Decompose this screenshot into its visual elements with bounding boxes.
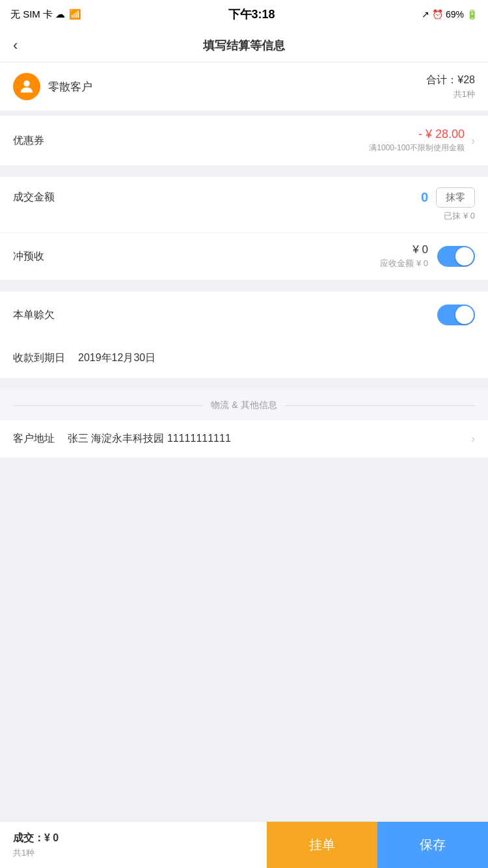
svg-point-0 xyxy=(23,81,29,87)
customer-left: 零散客户 xyxy=(13,73,92,100)
status-bar: 无 SIM 卡 ☁ 📶 下午3:18 ↗ ⏰ 69% 🔋 xyxy=(0,0,488,29)
coupon-card[interactable]: 优惠券 - ¥ 28.00 满1000-100不限制使用金额 › xyxy=(0,116,488,165)
main-content: 零散客户 合计：¥28 共1种 优惠券 - ¥ 28.00 满1000-100不… xyxy=(0,62,488,515)
section-divider-1 xyxy=(0,170,488,177)
battery-text: 69% xyxy=(446,9,464,20)
customer-count: 共1种 xyxy=(426,88,475,100)
address-label: 客户地址 xyxy=(13,432,55,446)
bottom-summary: 成交：¥ 0 共1种 xyxy=(0,832,267,859)
hang-button[interactable]: 挂单 xyxy=(267,822,377,869)
customer-avatar xyxy=(13,73,40,100)
transaction-top: 成交金额 0 抹零 xyxy=(13,187,475,208)
due-date-label: 收款到期日 xyxy=(13,351,65,365)
debt-label: 本单赊欠 xyxy=(13,308,55,322)
transaction-amount: 0 xyxy=(421,190,428,205)
address-value: 张三 海淀永丰科技园 11111111111 xyxy=(68,432,231,446)
debt-row: 本单赊欠 xyxy=(0,292,488,338)
address-chevron-icon: › xyxy=(471,432,475,446)
address-left: 客户地址 张三 海淀永丰科技园 11111111111 xyxy=(13,432,231,446)
section-divider-2 xyxy=(0,285,488,292)
status-time: 下午3:18 xyxy=(228,7,275,22)
prereceive-sub: 应收金额 ¥ 0 xyxy=(380,258,428,269)
bottom-bar: 成交：¥ 0 共1种 挂单 保存 xyxy=(0,821,488,868)
prereceive-row: 冲预收 ¥ 0 应收金额 ¥ 0 xyxy=(0,233,488,280)
customer-row: 零散客户 合计：¥28 共1种 xyxy=(0,62,488,111)
coupon-discount: - ¥ 28.00 xyxy=(369,128,465,141)
no-sim-text: 无 SIM 卡 ☁ xyxy=(10,8,65,21)
person-icon xyxy=(18,77,36,96)
prereceive-label: 冲预收 xyxy=(13,250,44,264)
battery-icon: 🔋 xyxy=(467,9,478,20)
address-card[interactable]: 客户地址 张三 海淀永丰科技园 11111111111 › xyxy=(0,420,488,457)
transaction-card: 成交金额 0 抹零 已抹 ¥ 0 冲预收 ¥ 0 应收金额 ¥ 0 xyxy=(0,177,488,280)
status-left: 无 SIM 卡 ☁ 📶 xyxy=(10,8,81,21)
location-icon: ↗ xyxy=(422,9,429,20)
section-divider-3 xyxy=(0,383,488,390)
coupon-right: - ¥ 28.00 满1000-100不限制使用金额 › xyxy=(369,128,475,154)
save-button[interactable]: 保存 xyxy=(377,822,488,869)
toggle-knob xyxy=(455,247,474,265)
transaction-row: 成交金额 0 抹零 已抹 ¥ 0 xyxy=(0,177,488,233)
alarm-icon: ⏰ xyxy=(432,9,443,20)
debt-toggle-knob xyxy=(455,306,474,324)
transaction-sub: 已抹 ¥ 0 xyxy=(13,210,475,222)
deal-label: 成交： xyxy=(13,832,44,843)
prereceive-toggle[interactable] xyxy=(437,246,475,267)
bottom-deal: 成交：¥ 0 xyxy=(13,832,254,845)
logistics-section: 物流 & 其他信息 xyxy=(0,390,488,420)
prereceive-right: ¥ 0 应收金额 ¥ 0 xyxy=(380,243,475,269)
logistics-label: 物流 & 其他信息 xyxy=(211,400,277,410)
transaction-right: 0 抹零 xyxy=(421,187,475,208)
nav-bar: ‹ 填写结算等信息 xyxy=(0,29,488,62)
customer-name: 零散客户 xyxy=(48,79,92,94)
coupon-value-group: - ¥ 28.00 满1000-100不限制使用金额 xyxy=(369,128,465,154)
page-title: 填写结算等信息 xyxy=(203,38,285,53)
deal-amount: ¥ 0 xyxy=(44,832,59,843)
prereceive-amount: ¥ 0 xyxy=(380,243,428,256)
address-row[interactable]: 客户地址 张三 海淀永丰科技园 11111111111 › xyxy=(0,420,488,457)
coupon-sub: 满1000-100不限制使用金额 xyxy=(369,142,465,154)
logistics-label-wrap: 物流 & 其他信息 xyxy=(203,399,284,411)
coupon-row[interactable]: 优惠券 - ¥ 28.00 满1000-100不限制使用金额 › xyxy=(0,116,488,165)
customer-summary: 合计：¥28 共1种 xyxy=(426,74,475,100)
bottom-count: 共1种 xyxy=(13,847,254,859)
chevron-right-icon: › xyxy=(471,134,475,148)
debt-toggle[interactable] xyxy=(437,305,475,325)
prereceive-values: ¥ 0 应收金额 ¥ 0 xyxy=(380,243,428,269)
due-date-row[interactable]: 收款到期日 2019年12月30日 xyxy=(0,338,488,378)
customer-total: 合计：¥28 xyxy=(426,74,475,87)
wifi-icon: 📶 xyxy=(69,8,81,20)
round-button[interactable]: 抹零 xyxy=(436,187,475,208)
status-right: ↗ ⏰ 69% 🔋 xyxy=(422,9,478,20)
coupon-label: 优惠券 xyxy=(13,134,44,148)
transaction-label: 成交金额 xyxy=(13,191,55,204)
back-button[interactable]: ‹ xyxy=(13,37,39,54)
debt-card: 本单赊欠 收款到期日 2019年12月30日 xyxy=(0,292,488,378)
due-date-value: 2019年12月30日 xyxy=(78,351,156,365)
